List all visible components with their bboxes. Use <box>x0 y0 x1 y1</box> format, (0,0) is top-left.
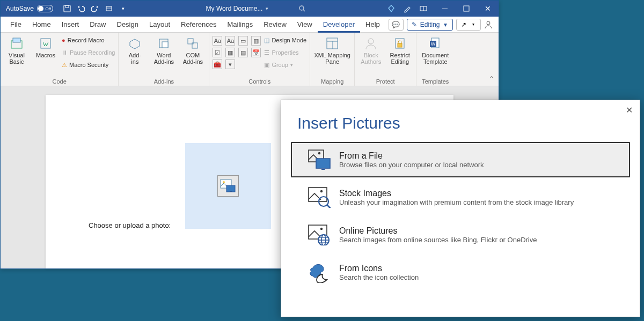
option-stock-images[interactable]: Stock ImagesUnleash your imagination wit… <box>291 180 630 215</box>
record-macro-button[interactable]: ●Record Macro <box>62 35 115 46</box>
diamond-icon[interactable] <box>387 4 396 13</box>
tab-home[interactable]: Home <box>27 17 56 33</box>
stock-images-icon <box>307 186 332 208</box>
combobox-control-icon[interactable]: ▦ <box>225 48 235 57</box>
svg-rect-1 <box>65 5 69 8</box>
redo-icon[interactable] <box>91 4 99 13</box>
richtext-control-icon[interactable]: Aa <box>213 36 222 46</box>
svg-line-37 <box>327 205 331 208</box>
picture-control-icon[interactable]: ▭ <box>238 36 248 46</box>
svg-line-5 <box>303 10 305 11</box>
quick-access-toolbar: ▾ <box>58 4 131 13</box>
option-title: Online Pictures <box>339 226 537 236</box>
share-icon: ↗ <box>460 21 467 28</box>
tab-layout[interactable]: Layout <box>144 17 175 33</box>
chevron-down-icon[interactable]: ▾ <box>119 4 127 13</box>
picture-content-control[interactable] <box>185 143 271 229</box>
autosave-toggle[interactable]: AutoSave Off <box>1 5 58 12</box>
restrict-editing-button[interactable]: Restrict Editing <box>387 35 413 65</box>
pencil-icon: ✎ <box>411 21 418 28</box>
option-from-a-file[interactable]: From a FileBrowse files on your computer… <box>291 142 630 177</box>
editing-mode-button[interactable]: ✎Editing▾ <box>407 19 453 31</box>
tab-references[interactable]: References <box>175 17 222 33</box>
xml-mapping-pane-button[interactable]: XML Mapping Pane <box>313 35 351 65</box>
ribbon-group-templates: WDocument Template Templates <box>416 33 454 86</box>
pause-recording-button[interactable]: ⏸Pause Recording <box>62 47 115 58</box>
com-addins-button[interactable]: COM Add-ins <box>180 35 206 65</box>
search-icon[interactable] <box>298 5 306 12</box>
visual-basic-button[interactable]: Visual Basic <box>4 35 30 70</box>
group-button[interactable]: ▣Group▾ <box>264 59 306 70</box>
tab-view[interactable]: View <box>292 17 318 33</box>
share-button[interactable]: ↗▾ <box>456 19 481 31</box>
dialog-close-button[interactable]: ✕ <box>623 103 635 116</box>
option-title: Stock Images <box>339 189 574 198</box>
titlebar-right-controls <box>380 4 434 13</box>
chevron-down-icon[interactable]: ▾ <box>266 6 268 11</box>
content-controls-gallery[interactable]: Aa Aa ▭ ▥ ☑ ▦ ▤ 📅 <box>213 35 261 57</box>
qat-customize-icon[interactable] <box>105 4 113 13</box>
from-icons-icon <box>307 261 332 283</box>
window-mode-icon[interactable] <box>419 4 428 13</box>
pencil-icon[interactable] <box>403 4 412 13</box>
tab-file[interactable]: File <box>5 17 27 33</box>
option-online-pictures[interactable]: Online PicturesSearch images from online… <box>291 217 630 252</box>
tab-review[interactable]: Review <box>258 17 292 33</box>
repeating-section-icon[interactable]: ▾ <box>225 59 235 69</box>
plaintext-control-icon[interactable]: Aa <box>225 36 235 46</box>
dropdown-control-icon[interactable]: ▤ <box>238 48 248 57</box>
group-icon: ▣ <box>264 62 269 69</box>
comments-button[interactable]: 💬 <box>389 19 404 31</box>
option-from-icons[interactable]: From IconsSearch the icon collection <box>291 255 630 290</box>
option-desc: Search images from online sources like B… <box>339 236 537 244</box>
insert-pictures-dialog: ✕ Insert Pictures From a FileBrowse file… <box>281 100 640 317</box>
addins-button[interactable]: Add- ins <box>122 35 148 65</box>
dialog-title: Insert Pictures <box>281 100 640 140</box>
autosave-label: AutoSave <box>6 5 34 12</box>
macros-button[interactable]: Macros <box>33 35 58 70</box>
save-icon[interactable] <box>63 4 71 13</box>
design-mode-icon: ◫ <box>264 37 269 44</box>
ribbon-group-addins: Add- ins Word Add-ins COM Add-ins Add-in… <box>119 33 209 86</box>
svg-rect-14 <box>162 42 168 48</box>
macro-security-button[interactable]: ⚠Macro Security <box>62 59 115 70</box>
close-button[interactable]: ✕ <box>477 1 499 17</box>
datepicker-control-icon[interactable]: 📅 <box>251 48 261 57</box>
online-pictures-icon <box>307 223 332 246</box>
comment-icon: 💬 <box>392 21 400 28</box>
option-title: From a File <box>339 151 484 161</box>
ribbon-tabs: File Home Insert Draw Design Layout Refe… <box>1 17 499 33</box>
block-authors-icon <box>363 36 378 51</box>
maximize-button[interactable] <box>456 1 477 17</box>
ribbon-group-controls: Aa Aa ▭ ▥ ☑ ▦ ▤ 📅 🧰 ▾ ◫Design <box>209 33 310 86</box>
block-authors-button[interactable]: Block Authors <box>358 35 384 65</box>
svg-rect-32 <box>316 159 330 168</box>
tab-developer[interactable]: Developer <box>318 17 360 33</box>
buildingblock-control-icon[interactable]: ▥ <box>251 36 261 46</box>
com-addins-icon <box>185 36 200 51</box>
word-addins-button[interactable]: Word Add-ins <box>151 35 177 65</box>
tab-help[interactable]: Help <box>360 17 385 33</box>
minimize-button[interactable]: ─ <box>434 1 456 17</box>
option-title: From Icons <box>339 264 419 273</box>
ribbon-developer: Visual Basic Macros ●Record Macro ⏸Pause… <box>1 33 499 86</box>
legacy-tools-icon[interactable]: 🧰 <box>213 59 222 69</box>
toggle-switch-icon[interactable]: Off <box>37 5 53 12</box>
checkbox-control-icon[interactable]: ☑ <box>213 48 222 57</box>
design-mode-button[interactable]: ◫Design Mode <box>264 35 306 46</box>
properties-button[interactable]: ☰Properties <box>264 47 306 58</box>
collapse-ribbon-icon[interactable]: ⌃ <box>489 75 494 83</box>
tab-mailings[interactable]: Mailings <box>222 17 259 33</box>
tab-draw[interactable]: Draw <box>84 17 111 33</box>
undo-icon[interactable] <box>77 4 85 13</box>
option-desc: Unleash your imagination with premium co… <box>339 198 574 206</box>
svg-rect-29 <box>230 191 232 192</box>
svg-point-9 <box>487 21 490 25</box>
ribbon-group-protect: Block Authors Restrict Editing Protect <box>355 33 416 86</box>
addins-icon <box>127 36 142 51</box>
account-button[interactable] <box>481 17 496 33</box>
document-template-button[interactable]: WDocument Template <box>420 35 451 65</box>
tab-insert[interactable]: Insert <box>56 17 85 33</box>
tab-design[interactable]: Design <box>112 17 144 33</box>
chevron-down-icon: ▾ <box>470 21 477 28</box>
